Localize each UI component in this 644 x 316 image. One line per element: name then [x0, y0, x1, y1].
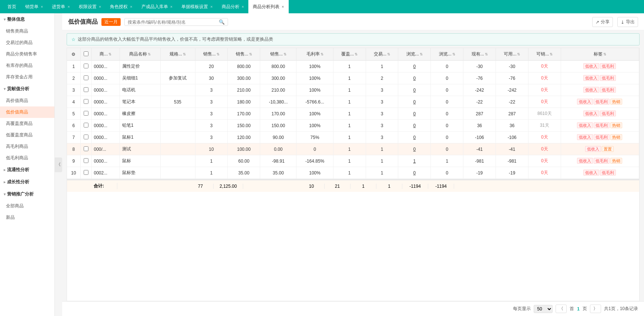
sidebar-group-contribution[interactable]: ▾ 贡献值分析	[0, 83, 54, 95]
sidebar-group-growth[interactable]: ▸ 成长性分析	[0, 176, 54, 188]
browse-link[interactable]: 0	[413, 135, 416, 140]
row-checkbox[interactable]	[84, 75, 88, 80]
row-checkbox[interactable]	[84, 123, 88, 128]
sidebar-collapse-button[interactable]: 《	[55, 157, 62, 172]
browse-link[interactable]: 0	[413, 170, 416, 176]
td-browse1[interactable]: 0	[398, 84, 431, 96]
row-checkbox[interactable]	[84, 170, 88, 175]
th-name[interactable]: 商品名称⇅	[120, 48, 160, 61]
td-browse1[interactable]: 1	[398, 155, 431, 167]
nav-item-product-analysis-list[interactable]: 商品分析列表 ×	[248, 0, 288, 13]
browse-link[interactable]: 0	[413, 111, 416, 116]
export-button[interactable]: ⤓ 导出	[617, 17, 638, 27]
browse-link[interactable]: 0	[413, 76, 416, 81]
nav-item-permission[interactable]: 权限设置 ×	[74, 0, 105, 13]
nav-item-home[interactable]: 首页	[3, 0, 21, 13]
row-checkbox[interactable]	[84, 99, 88, 104]
sidebar-item-category-sales-rate[interactable]: 商品分类销售率	[0, 48, 54, 60]
td-checkbox[interactable]	[80, 155, 91, 167]
td-checkbox[interactable]	[80, 84, 91, 96]
first-page-button[interactable]: 〈	[556, 305, 567, 313]
browse-link[interactable]: 1	[413, 159, 416, 164]
th-browse2[interactable]: 浏览...⇅	[431, 48, 463, 61]
nav-item-product-analysis[interactable]: 商品分析 ×	[217, 0, 248, 13]
td-browse1[interactable]: 0	[398, 96, 431, 108]
per-page-select[interactable]: 50 100 200	[534, 305, 553, 313]
th-sales3[interactable]: 销售...⇅	[260, 48, 296, 61]
td-checkbox[interactable]	[80, 132, 91, 143]
sidebar-item-new-products[interactable]: 新品	[0, 212, 54, 223]
row-checkbox[interactable]	[84, 111, 88, 116]
td-browse1[interactable]: 0	[398, 132, 431, 143]
nav-item-product-warehouse[interactable]: 产成品入库单 ×	[137, 0, 177, 13]
td-browse1[interactable]: 0	[398, 167, 431, 179]
th-sellable[interactable]: 可销...⇅	[528, 48, 561, 61]
filter-tag[interactable]: 近一月	[101, 18, 121, 26]
close-icon[interactable]: ×	[99, 4, 101, 9]
share-button[interactable]: ↗ 分享	[592, 17, 613, 27]
sidebar-item-inventory-funds[interactable]: 库存资金占用	[0, 71, 54, 83]
close-icon[interactable]: ×	[67, 4, 70, 9]
sidebar-group-liquidity[interactable]: ▸ 流通性分析	[0, 164, 54, 176]
row-checkbox[interactable]	[84, 146, 88, 151]
sidebar-item-low-coverage[interactable]: 低覆盖度商品	[0, 129, 54, 141]
sidebar-item-high-coverage[interactable]: 高覆盖度商品	[0, 118, 54, 129]
sidebar-item-traded-products[interactable]: 交易过的商品	[0, 37, 54, 48]
nav-item-template[interactable]: 单据模板设置 ×	[177, 0, 217, 13]
browse-link[interactable]: 0	[413, 64, 416, 69]
sidebar-group-overall[interactable]: ▾ 整体信息	[0, 13, 54, 26]
nav-item-role[interactable]: 角色授权 ×	[105, 0, 137, 13]
row-checkbox[interactable]	[84, 87, 88, 92]
browse-link[interactable]: 0	[413, 99, 416, 105]
td-browse1[interactable]: 0	[398, 108, 431, 120]
close-icon[interactable]: ×	[242, 4, 244, 9]
th-trade[interactable]: 交易...⇅	[366, 48, 398, 61]
td-checkbox[interactable]	[80, 143, 91, 155]
browse-link[interactable]: 0	[413, 147, 416, 152]
td-checkbox[interactable]	[80, 96, 91, 108]
th-code[interactable]: 商...⇅	[91, 48, 120, 61]
sidebar-item-low-value[interactable]: 低价值商品	[0, 106, 54, 118]
row-checkbox[interactable]	[84, 158, 88, 163]
sidebar-item-stocked-products[interactable]: 有库存的商品	[0, 60, 54, 71]
th-available[interactable]: 可用...⇅	[496, 48, 529, 61]
sidebar-group-marketing[interactable]: ▾ 营销推广分析	[0, 188, 54, 200]
td-browse1[interactable]: 0	[398, 120, 431, 132]
th-sales1[interactable]: 销售...⇅	[195, 48, 228, 61]
sidebar-item-high-margin[interactable]: 高毛利商品	[0, 141, 54, 152]
th-checkbox[interactable]	[80, 48, 91, 61]
nav-item-purchase[interactable]: 进货单 ×	[47, 0, 74, 13]
th-settings[interactable]: ⚙	[67, 48, 80, 61]
sidebar-item-low-margin[interactable]: 低毛利商品	[0, 152, 54, 164]
td-checkbox[interactable]	[80, 72, 91, 84]
th-coverage[interactable]: 覆盖...⇅	[333, 48, 366, 61]
th-spec[interactable]: 规格...⇅	[160, 48, 195, 61]
td-checkbox[interactable]	[80, 61, 91, 72]
row-checkbox[interactable]	[84, 135, 88, 139]
td-checkbox[interactable]	[80, 120, 91, 132]
search-input[interactable]	[128, 20, 219, 25]
th-tags[interactable]: 标签⇅	[561, 48, 639, 61]
td-browse1[interactable]: 0	[398, 72, 431, 84]
browse-link[interactable]: 0	[413, 123, 416, 128]
sidebar-item-all-products[interactable]: 全部商品	[0, 200, 54, 212]
td-browse1[interactable]: 0	[398, 61, 431, 72]
row-checkbox[interactable]	[84, 64, 88, 68]
nav-item-sales[interactable]: 销货单 ×	[21, 0, 47, 13]
browse-link[interactable]: 0	[413, 88, 416, 93]
td-checkbox[interactable]	[80, 167, 91, 179]
close-icon[interactable]: ×	[41, 4, 43, 9]
next-page-button[interactable]: 〉	[590, 305, 601, 313]
th-current-stock[interactable]: 现有...⇅	[463, 48, 496, 61]
close-icon[interactable]: ×	[282, 4, 284, 9]
td-checkbox[interactable]	[80, 108, 91, 120]
td-browse1[interactable]: 0	[398, 143, 431, 155]
th-margin[interactable]: 毛利率⇅	[296, 48, 333, 61]
sidebar-item-high-value[interactable]: 高价值商品	[0, 95, 54, 106]
sidebar-item-sales-products[interactable]: 销售类商品	[0, 26, 54, 37]
th-sales2[interactable]: 销售...⇅	[228, 48, 260, 61]
close-icon[interactable]: ×	[170, 4, 172, 9]
close-icon[interactable]: ×	[210, 4, 212, 9]
close-icon[interactable]: ×	[130, 4, 132, 9]
th-browse1[interactable]: 浏览...⇅	[398, 48, 431, 61]
